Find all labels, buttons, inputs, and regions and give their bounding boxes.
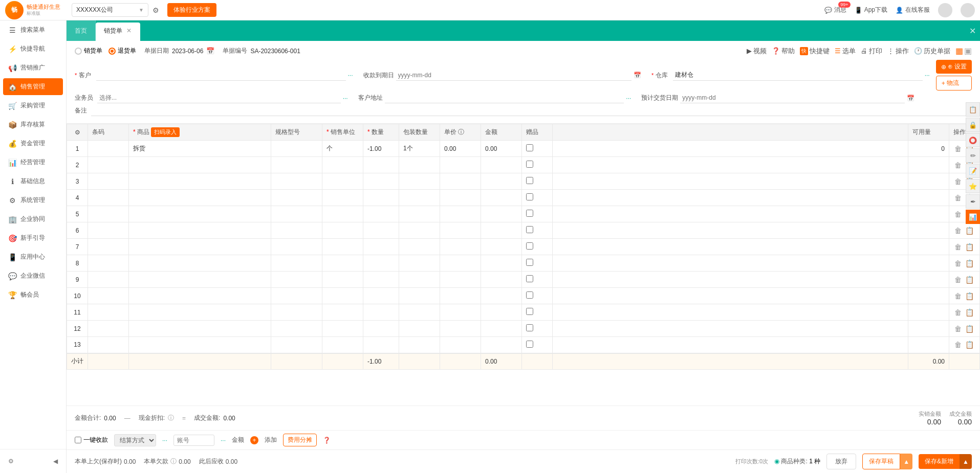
- delete-icon-1[interactable]: 🗑: [954, 161, 962, 169]
- row-goods-5[interactable]: [129, 222, 271, 239]
- row-barcode-8[interactable]: [88, 272, 129, 288]
- account-input[interactable]: [173, 435, 214, 446]
- row-gift-8[interactable]: [522, 272, 553, 288]
- row-gift-1[interactable]: [522, 157, 553, 173]
- row-pkgqty-9[interactable]: [399, 288, 440, 304]
- payment-date-input[interactable]: [396, 70, 632, 81]
- sidebar-item-purchase[interactable]: 🛒 采购管理: [0, 96, 66, 115]
- sidebar-item-capital[interactable]: 💰 资金管理: [0, 134, 66, 153]
- row-qty-9[interactable]: [363, 288, 399, 304]
- one-click-pay-check[interactable]: [75, 437, 81, 443]
- salesperson-dots-icon[interactable]: ···: [343, 95, 348, 102]
- delete-icon-12[interactable]: 🗑: [954, 341, 962, 349]
- row-price-5[interactable]: [440, 222, 481, 239]
- row-qty-7[interactable]: [363, 255, 399, 272]
- row-qty-4[interactable]: [363, 206, 399, 222]
- sidebar-item-wechat[interactable]: 💬 企业微信: [0, 266, 66, 285]
- float-btn-3[interactable]: ⭕: [966, 133, 980, 147]
- warehouse-input[interactable]: [673, 70, 922, 81]
- row-spec-0[interactable]: [271, 141, 322, 157]
- row-gift-0[interactable]: [522, 141, 553, 157]
- row-amount-3[interactable]: [481, 190, 522, 206]
- copy-icon-12[interactable]: 📋: [965, 341, 974, 349]
- save-new-chevron[interactable]: ▲: [960, 454, 972, 469]
- shortage-info-icon[interactable]: ⓘ: [170, 457, 177, 466]
- row-price-1[interactable]: [440, 157, 481, 173]
- copy-icon-6[interactable]: 📋: [965, 243, 974, 251]
- sidebar-item-basic-info[interactable]: ℹ 基础信息: [0, 172, 66, 191]
- scan-button[interactable]: 扫码录入: [151, 127, 180, 137]
- row-pkgqty-5[interactable]: [399, 222, 440, 239]
- row-barcode-4[interactable]: [88, 206, 129, 222]
- row-barcode-9[interactable]: [88, 288, 129, 304]
- sidebar-item-quick-nav[interactable]: ⚡ 快捷导航: [0, 39, 66, 58]
- float-btn-6[interactable]: ⭐: [966, 179, 980, 193]
- row-gift-2[interactable]: [522, 173, 553, 190]
- gift-checkbox-7[interactable]: [526, 259, 533, 266]
- row-amount-5[interactable]: [481, 222, 522, 239]
- one-click-pay-checkbox[interactable]: 一键收款: [75, 436, 108, 444]
- row-amount-7[interactable]: [481, 255, 522, 272]
- customer-dots-icon[interactable]: ···: [348, 72, 353, 79]
- row-pkgqty-6[interactable]: [399, 239, 440, 255]
- sidebar-item-app-center[interactable]: 📱 应用中心: [0, 247, 66, 266]
- row-pkgqty-12[interactable]: [399, 337, 440, 353]
- radio-sales[interactable]: 销货单: [75, 47, 102, 55]
- float-btn-1[interactable]: 📋: [966, 102, 980, 117]
- addr-dots-icon[interactable]: ···: [626, 95, 631, 102]
- row-pkgqty-10[interactable]: [399, 304, 440, 321]
- row-amount-0[interactable]: 0.00: [481, 141, 522, 157]
- list-view-icon[interactable]: ▦: [955, 46, 963, 56]
- row-amount-10[interactable]: [481, 304, 522, 321]
- row-barcode-3[interactable]: [88, 190, 129, 206]
- row-spec-9[interactable]: [271, 288, 322, 304]
- row-pkgqty-0[interactable]: 1个: [399, 141, 440, 157]
- row-spec-2[interactable]: [271, 173, 322, 190]
- row-goods-2[interactable]: [129, 173, 271, 190]
- row-goods-12[interactable]: [129, 337, 271, 353]
- messages-button[interactable]: 💬 消息 99+: [824, 6, 846, 14]
- row-amount-2[interactable]: [481, 173, 522, 190]
- tab-sales-order[interactable]: 销货单 ✕: [96, 22, 140, 41]
- delete-icon-5[interactable]: 🗑: [954, 227, 962, 235]
- row-unit-2[interactable]: [322, 173, 363, 190]
- gift-checkbox-4[interactable]: [526, 210, 533, 217]
- delete-icon-6[interactable]: 🗑: [954, 243, 962, 251]
- row-spec-4[interactable]: [271, 206, 322, 222]
- delete-icon-3[interactable]: 🗑: [954, 194, 962, 202]
- float-btn-8[interactable]: 📊: [966, 210, 980, 224]
- row-price-0[interactable]: 0.00: [440, 141, 481, 157]
- row-gift-12[interactable]: [522, 337, 553, 353]
- shortcut-button[interactable]: 快 快捷键: [800, 47, 830, 56]
- sidebar-item-member[interactable]: 🏆 畅会员: [0, 285, 66, 304]
- row-pkgqty-11[interactable]: [399, 321, 440, 337]
- row-price-8[interactable]: [440, 272, 481, 288]
- row-goods-4[interactable]: [129, 206, 271, 222]
- row-unit-10[interactable]: [322, 304, 363, 321]
- video-button[interactable]: ▶ 视频: [747, 47, 767, 56]
- calendar-icon[interactable]: 📅: [206, 47, 214, 55]
- row-goods-9[interactable]: [129, 288, 271, 304]
- fenyong-button[interactable]: 费用分摊: [283, 434, 317, 446]
- gift-checkbox-9[interactable]: [526, 291, 533, 299]
- row-qty-3[interactable]: [363, 190, 399, 206]
- row-qty-11[interactable]: [363, 321, 399, 337]
- gift-checkbox-0[interactable]: [526, 144, 533, 151]
- gift-checkbox-11[interactable]: [526, 324, 533, 331]
- radio-return[interactable]: 退货单: [108, 47, 136, 55]
- row-qty-5[interactable]: [363, 222, 399, 239]
- row-price-2[interactable]: [440, 173, 481, 190]
- gift-checkbox-12[interactable]: [526, 341, 533, 348]
- delete-icon-9[interactable]: 🗑: [954, 292, 962, 300]
- row-amount-12[interactable]: [481, 337, 522, 353]
- sidebar-item-operations[interactable]: 📊 经营管理: [0, 153, 66, 172]
- row-spec-5[interactable]: [271, 222, 322, 239]
- float-btn-2[interactable]: 🔒: [966, 118, 980, 132]
- row-pkgqty-4[interactable]: [399, 206, 440, 222]
- row-amount-8[interactable]: [481, 272, 522, 288]
- row-pkgqty-8[interactable]: [399, 272, 440, 288]
- fenyong-help-icon[interactable]: ❓: [323, 437, 331, 444]
- copy-icon-10[interactable]: 📋: [965, 308, 974, 317]
- row-goods-7[interactable]: [129, 255, 271, 272]
- float-btn-7[interactable]: ✒: [966, 194, 980, 209]
